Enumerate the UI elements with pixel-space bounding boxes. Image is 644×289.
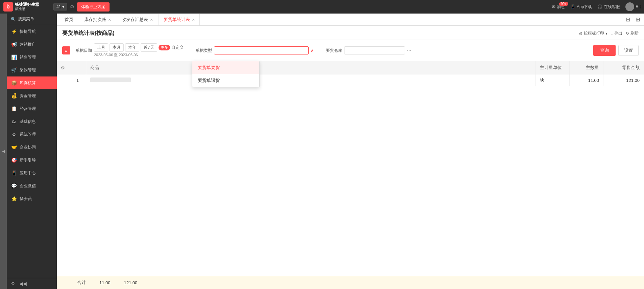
filter-more-btn[interactable]: ··· <box>407 47 411 53</box>
sidebar-item-purchase[interactable]: 🛒 采购管理 <box>7 64 57 76</box>
table-row: 1 块 11.00 121.00 <box>57 74 644 86</box>
trial-btn[interactable]: 体验行业方案 <box>77 2 110 12</box>
app-version: 标准版 <box>15 7 39 12</box>
tabbar: 首页 库存批次账 ✕ 收发存汇总表 ✕ 要货单统计表 ✕ ⊟ ⊞ <box>57 14 644 26</box>
sidebar-search[interactable]: 🔍 搜索菜单 <box>7 14 57 25</box>
topbar-gear-icon[interactable]: ⚙ <box>70 4 74 9</box>
dropdown-item-order-goods[interactable]: 要货单要货 <box>192 61 259 74</box>
col-qty-header: 主数量 <box>570 61 603 74</box>
filter-date-group: 上月 本月 本年 近7天 更多 自定义 2023-05-06 至 2023-06… <box>94 43 184 58</box>
inventory-icon: 📦 <box>11 80 17 86</box>
sidebar-item-label: 资金管理 <box>20 93 36 99</box>
print-template-btn[interactable]: 🖨 按模板打印 ▾ <box>578 30 607 36</box>
row-unit-cell: 块 <box>536 74 570 86</box>
row-qty-cell: 11.00 <box>570 74 603 86</box>
sidebar-item-label: 系统管理 <box>20 132 36 137</box>
sidebar-item-quick-nav[interactable]: ⚡ 快捷导航 <box>7 25 57 38</box>
filter-type-arrow-icon[interactable]: ∧ <box>311 48 314 53</box>
query-btn[interactable]: 查询 <box>593 45 616 56</box>
table-header-row: ⚙ 商品 主计量单位 主数量 零售金额 <box>57 61 644 74</box>
tab-receive-summary[interactable]: 收发存汇总表 ✕ <box>117 14 158 25</box>
settings-btn[interactable]: 设置 <box>618 45 639 56</box>
col-unit-header: 主计量单位 <box>536 61 570 74</box>
refresh-btn[interactable]: ↻ 刷新 <box>626 30 639 36</box>
app-logo: b 畅捷通好生意 标准版 <box>3 2 51 12</box>
sidebar-item-cooperation[interactable]: 🤝 企业协同 <box>7 141 57 154</box>
sales-icon: 📊 <box>11 54 17 60</box>
sidebar-item-sales[interactable]: 📊 销售管理 <box>7 51 57 64</box>
sidebar-item-label: 基础信息 <box>20 119 36 125</box>
tab-batch-account-close[interactable]: ✕ <box>108 18 111 22</box>
tab-order-stats-label: 要货单统计表 <box>164 17 190 23</box>
settings-icon[interactable]: ⚙ <box>11 281 15 286</box>
app-name: 畅捷通好生意 <box>15 2 39 7</box>
sidebar-item-label: 经营管理 <box>20 106 36 112</box>
marketing-icon: 📢 <box>11 41 17 47</box>
sidebar-item-marketing[interactable]: 📢 营销推广 <box>7 38 57 51</box>
page-header: 要货单统计表(按商品) 🖨 按模板打印 ▾ ↓ 导出 ↻ 刷新 <box>57 26 644 40</box>
avatar-img <box>625 2 634 11</box>
sidebar-item-label: 库存核算 <box>20 80 36 86</box>
sidebar-item-member[interactable]: ⭐ 畅会员 <box>7 192 57 205</box>
tab-order-stats-close[interactable]: ✕ <box>192 18 195 22</box>
sidebar-item-label: 企业协同 <box>20 144 36 150</box>
filter-type-input[interactable] <box>214 46 309 54</box>
filter-date-last-7[interactable]: 近7天 <box>141 43 157 52</box>
filter-bar: » 单据日期 上月 本月 本年 近7天 更多 自定义 2023-05-06 至 … <box>57 40 644 61</box>
tab-batch-account[interactable]: 库存批次账 ✕ <box>79 14 116 25</box>
refresh-icon: ↻ <box>626 31 629 36</box>
sidebar-toggle-icon: ◀ <box>2 149 5 154</box>
tabbar-expand-btn[interactable]: ⊞ <box>634 15 641 24</box>
topbar-right: ✉ 消息 99+ 📱 App下载 🎧 在线客服 Rit <box>552 2 641 11</box>
sidebar-item-operations[interactable]: 📋 经营管理 <box>7 102 57 115</box>
filter-date-this-year[interactable]: 本年 <box>125 43 139 52</box>
tab-home[interactable]: 首页 <box>59 14 78 25</box>
quick-nav-icon: ⚡ <box>11 28 17 35</box>
tabbar-actions: ⊟ ⊞ <box>624 15 641 24</box>
filter-date-more-badge[interactable]: 更多 <box>159 45 170 50</box>
message-icon: ✉ <box>552 4 555 9</box>
filter-date-this-month[interactable]: 本月 <box>110 43 124 52</box>
filter-date-custom[interactable]: 自定义 <box>171 45 184 50</box>
tab-receive-summary-close[interactable]: ✕ <box>150 18 153 22</box>
dropdown-item-order-return[interactable]: 要货单退货 <box>192 74 259 87</box>
export-btn[interactable]: ↓ 导出 <box>611 30 622 36</box>
filter-expand-btn[interactable]: » <box>62 46 70 54</box>
app-center-icon: 📱 <box>11 170 17 176</box>
filter-warehouse-group: 要货仓库 ··· <box>326 46 411 54</box>
online-service-btn[interactable]: 🎧 在线客服 <box>597 4 620 10</box>
sidebar-item-base-info[interactable]: 🗂 基础信息 <box>7 115 57 128</box>
company-selector[interactable]: 41 ▾ <box>53 3 67 10</box>
app-download-btn[interactable]: 📱 App下载 <box>570 4 592 10</box>
sidebar-item-system[interactable]: ⚙ 系统管理 <box>7 128 57 141</box>
sidebar-toggle[interactable]: ◀ <box>0 14 7 289</box>
filter-date-label: 单据日期 <box>76 48 92 53</box>
purchase-icon: 🛒 <box>11 67 17 73</box>
row-product-cell <box>86 74 536 86</box>
cooperation-icon: 🤝 <box>11 144 17 150</box>
filter-warehouse-input[interactable] <box>344 46 405 54</box>
sidebar-item-inventory[interactable]: 📦 库存核算 <box>7 76 57 89</box>
sidebar-item-finance[interactable]: 💰 资金管理 <box>7 89 57 102</box>
logo-icon: b <box>3 2 13 12</box>
sidebar-item-app-center[interactable]: 📱 应用中心 <box>7 166 57 179</box>
user-avatar[interactable]: Rit <box>625 2 641 11</box>
messages-btn[interactable]: ✉ 消息 99+ <box>552 4 565 10</box>
chevron-down-icon: ▾ <box>62 4 64 9</box>
collapse-icon[interactable]: ◀◀ <box>19 281 27 286</box>
sidebar-item-enterprise-wx[interactable]: 💬 企业微信 <box>7 179 57 192</box>
page-header-actions: 🖨 按模板打印 ▾ ↓ 导出 ↻ 刷新 <box>578 30 639 36</box>
filter-date-last-month[interactable]: 上月 <box>94 43 108 52</box>
dropdown-menu: 要货单要货 要货单退货 <box>192 61 260 87</box>
row-settings-cell <box>57 74 69 86</box>
table-settings-icon[interactable]: ⚙ <box>61 65 65 70</box>
tabbar-minimize-btn[interactable]: ⊟ <box>624 15 631 24</box>
sidebar-item-newbie[interactable]: 🎯 新手引导 <box>7 154 57 166</box>
sidebar-item-label: 采购管理 <box>20 67 36 73</box>
sidebar-item-label: 应用中心 <box>20 170 36 176</box>
operations-icon: 📋 <box>11 106 17 112</box>
dropdown-overlay: 要货单要货 要货单退货 <box>192 61 260 87</box>
tab-order-stats[interactable]: 要货单统计表 ✕ <box>159 14 200 25</box>
page-content: 要货单统计表(按商品) 🖨 按模板打印 ▾ ↓ 导出 ↻ 刷新 <box>57 26 644 289</box>
base-info-icon: 🗂 <box>11 118 17 125</box>
